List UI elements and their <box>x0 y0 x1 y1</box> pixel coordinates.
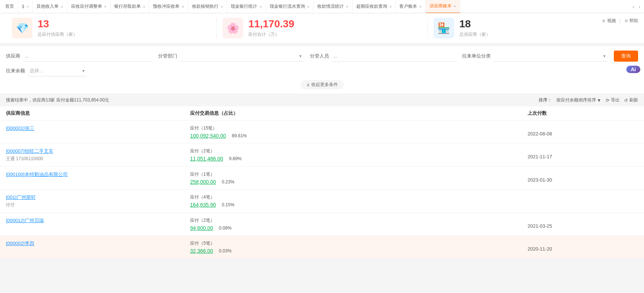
person-input[interactable] <box>332 51 456 62</box>
last-payment-col-5: 2020-11-20 <box>528 240 638 252</box>
supplier-link-4[interactable]: [000012]广州贝瑞 <box>6 218 44 223</box>
table-row: [000007]恒旺二手叉车王通 17106110000应付（2笔）11,051… <box>0 144 644 167</box>
dept-label: 分管部门 <box>158 53 177 59</box>
close-tab-customer-account[interactable]: × <box>419 4 421 9</box>
refresh-label: 刷新 <box>629 97 638 103</box>
ap-percent-2: 0.23% <box>222 179 234 185</box>
nav-tab-cash-bank-stat[interactable]: 现金银行统计× <box>227 0 266 13</box>
supplier-link-1[interactable]: [000007]恒旺二手叉车 <box>6 148 53 154</box>
ap-percent-3: 0.15% <box>222 202 234 207</box>
close-tab-other-income[interactable]: × <box>61 4 63 9</box>
nav-tab-overdue-query[interactable]: 超期应收款查询× <box>353 0 396 13</box>
nav-tab-receive-stat[interactable]: 收款情况统计× <box>314 0 352 13</box>
ap-percent-1: 9.89% <box>229 156 242 161</box>
payable-amount-label: 应付合计（万） <box>248 31 294 38</box>
payable-amount-info: 11,170.39应付合计（万） <box>248 18 294 38</box>
unit-class-label: 往来单位分类 <box>462 53 491 59</box>
nav-tab-customer-account[interactable]: 客户账本× <box>396 0 426 13</box>
last-payment-col-3 <box>528 194 638 200</box>
nav-tab-tab2[interactable]: 3× <box>18 0 33 13</box>
ap-amount-5[interactable]: 32,366.00 <box>190 248 213 254</box>
nav-tab-bank-deposit[interactable]: 银行存取款单× <box>111 0 149 13</box>
last-payment-col-1: 2021-11-17 <box>528 148 638 159</box>
unit-class-dropdown-icon: ▼ <box>602 54 606 58</box>
supplier-link-0[interactable]: [000001]张三 <box>6 125 34 131</box>
balance-select[interactable]: 选择... ▼ <box>28 65 87 76</box>
close-tab-receive-verify[interactable]: × <box>221 4 223 9</box>
ap-label-4: 应付（2笔） <box>190 217 528 224</box>
nav-tab-prepay[interactable]: 预收冲应收单× <box>149 0 188 13</box>
supplier-link-2[interactable]: [000100]本特勤油品有限公司 <box>6 172 68 177</box>
close-tab-cash-bank-stat[interactable]: × <box>259 4 262 9</box>
nav-tab-ap-adjust[interactable]: 应收应付调整单× <box>67 0 111 13</box>
nav-tab-cash-bank-flow[interactable]: 现金银行流水查询× <box>266 0 314 13</box>
filter-section: 供应商 分管部门 ▼ 分管人员 往来单位分类 ▼ 查询 往来余额 <box>0 46 644 94</box>
close-tab-bank-deposit[interactable]: × <box>143 4 145 9</box>
export-label: 导出 <box>611 97 620 103</box>
nav-tab-home[interactable]: 首页 <box>1 0 18 13</box>
help-link[interactable]: ⊙ 帮助 <box>624 18 638 24</box>
video-link[interactable]: ⊙ 视频 <box>602 18 616 24</box>
last-payment-col-4: 2021-03-25 <box>528 217 638 229</box>
header-tools: ⊙ 视频 | ⊙ 帮助 <box>602 18 638 24</box>
refresh-button[interactable]: ↺ 刷新 <box>624 97 638 103</box>
supplier-sub-3: 仔仔 <box>6 202 190 208</box>
ap-percent-0: 89.61% <box>232 133 247 138</box>
close-tab-receive-stat[interactable]: × <box>346 4 348 9</box>
ap-label-5: 应付（5笔） <box>190 240 528 247</box>
close-tab-ap-adjust[interactable]: × <box>104 4 106 9</box>
refresh-icon: ↺ <box>624 98 628 103</box>
ap-amount-2[interactable]: 258,000.00 <box>190 179 216 185</box>
ap-col-4: 应付（2笔）94,600.000.08% <box>190 217 528 231</box>
close-tab-prepay[interactable]: × <box>182 4 184 9</box>
close-tab-cash-bank-flow[interactable]: × <box>307 4 309 9</box>
ai-badge[interactable]: Ai <box>626 66 640 73</box>
sort-button[interactable]: 按应付余额倒序排序 ▼ <box>556 97 601 103</box>
total-suppliers-number: 18 <box>459 18 490 30</box>
export-button[interactable]: ⟳ 导出 <box>606 97 620 103</box>
nav-arrow-right[interactable]: › <box>636 4 643 10</box>
payable-amount-number: 11,170.39 <box>248 18 294 30</box>
summary-card-payable-suppliers: 💎13总应付供应商（家） <box>6 18 217 38</box>
ap-label-0: 应付（15笔） <box>190 125 528 131</box>
supplier-link-5[interactable]: [000002]李四 <box>6 241 34 246</box>
table-row: [000100]本特勤油品有限公司应付（1笔）258,000.000.23%20… <box>0 167 644 190</box>
close-tab-tab2[interactable]: × <box>27 4 29 9</box>
dept-dropdown-icon: ▼ <box>298 54 302 58</box>
total-suppliers-icon: 🏪 <box>434 18 454 38</box>
col-header-supplier: 供应商信息 <box>6 110 190 117</box>
unit-class-select[interactable]: ▼ <box>494 51 608 62</box>
filter-dept: 分管部门 ▼ <box>158 51 304 62</box>
supplier-col-1: [000007]恒旺二手叉车王通 17106110000 <box>6 148 190 162</box>
nav-tab-receive-verify[interactable]: 收款核销执行× <box>188 0 227 13</box>
balance-label: 往来余额 <box>6 68 25 74</box>
sort-label: 排序： <box>539 97 552 103</box>
ap-amount-1[interactable]: 11,051,486.00 <box>190 156 223 162</box>
dept-select[interactable]: ▼ <box>180 51 304 62</box>
nav-arrow-left[interactable]: ‹ <box>630 4 637 10</box>
query-button[interactable]: 查询 <box>614 51 638 62</box>
divider: | <box>620 18 621 24</box>
col-header-last-payment: 上次付数 <box>528 110 638 117</box>
ap-col-1: 应付（2笔）11,051,486.009.89% <box>190 148 528 162</box>
supplier-input[interactable] <box>23 51 152 62</box>
ap-amount-4[interactable]: 94,600.00 <box>190 225 213 231</box>
ap-amount-0[interactable]: 100,092,540.00 <box>190 133 226 139</box>
close-tab-overdue-query[interactable]: × <box>389 4 392 9</box>
table-row: [000002]李四应付（5笔）32,366.000.03%2020-11-20 <box>0 236 644 259</box>
ap-col-5: 应付（5笔）32,366.000.03% <box>190 240 528 254</box>
ap-percent-5: 0.03% <box>219 248 231 254</box>
results-summary: 搜索结果中，供应商13家 应付金额111,703,854.00元 <box>6 97 109 103</box>
ap-col-0: 应付（15笔）100,092,540.0089.61% <box>190 125 528 139</box>
summary-card-payable-amount: 🌸11,170.39应付合计（万） <box>217 18 427 38</box>
payable-suppliers-label: 总应付供应商（家） <box>38 31 77 38</box>
close-tab-supplier-account[interactable]: × <box>454 4 456 8</box>
payable-amount-icon: 🌸 <box>223 18 243 38</box>
collapse-button[interactable]: ∧ 收起更多条件 <box>301 80 344 89</box>
nav-tab-other-income[interactable]: 其他收入单× <box>33 0 67 13</box>
main-content: 供应商信息 应付交易信息（占比） 上次付数 [000001]张三应付（15笔）1… <box>0 106 644 259</box>
supplier-link-3[interactable]: [001]广州荣轩 <box>6 194 36 200</box>
sort-dropdown-icon: ▼ <box>597 98 601 103</box>
nav-tab-supplier-account[interactable]: 供应商账本× <box>426 0 460 13</box>
ap-amount-3[interactable]: 164,635.90 <box>190 202 216 208</box>
